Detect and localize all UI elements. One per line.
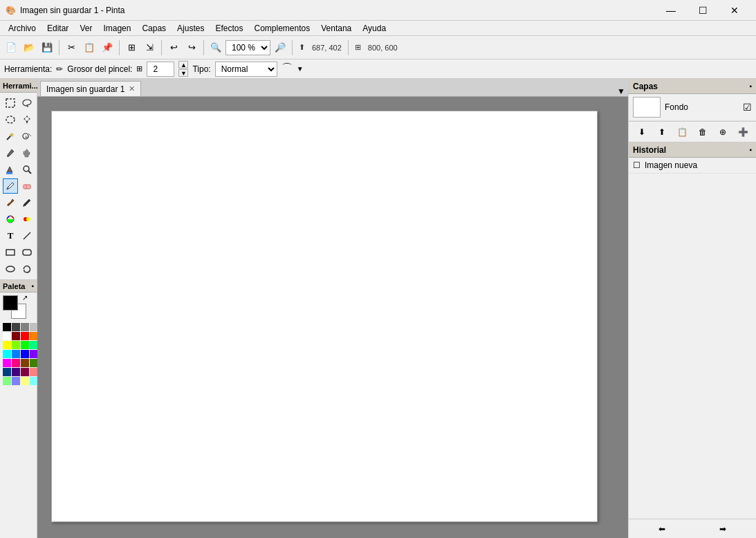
palette-color-swatch[interactable] [3, 359, 11, 367]
palette-color-swatch[interactable] [12, 323, 20, 331]
palette-color-swatch[interactable] [3, 377, 11, 385]
palette-color-swatch[interactable] [12, 377, 20, 385]
layer-delete-button[interactable]: 🗑 [695, 124, 710, 140]
copy-button[interactable]: 📋 [81, 39, 98, 56]
maximize-button[interactable]: ☐ [687, 0, 719, 21]
layers-collapse-button[interactable]: ▪ [749, 82, 752, 90]
layer-add-button[interactable]: ➕ [735, 124, 750, 140]
tab-bar: Imagen sin guardar 1 ✕ ▼ [37, 79, 628, 97]
palette-color-swatch[interactable] [12, 368, 20, 376]
drawing-canvas[interactable] [51, 111, 598, 522]
save-button[interactable]: 💾 [39, 39, 55, 56]
palette-color-swatch[interactable] [21, 323, 29, 331]
layer-merge-button[interactable]: ⊕ [715, 124, 730, 140]
tool-zoom-tool[interactable] [19, 162, 35, 177]
redo-button[interactable]: ↪ [183, 39, 200, 56]
palette-header[interactable]: Paleta ▪ [0, 280, 37, 293]
tool-fill[interactable] [3, 162, 18, 177]
open-button[interactable]: 📂 [21, 39, 37, 56]
minimize-button[interactable]: — [655, 0, 687, 21]
tool-color-fill-adj[interactable] [3, 212, 18, 227]
tool-text[interactable]: T [3, 228, 18, 243]
tool-recolor[interactable] [19, 212, 35, 227]
curve-dropdown[interactable]: ▼ [297, 65, 304, 73]
svg-rect-13 [24, 185, 30, 189]
menu-item-archivo[interactable]: Archivo [3, 22, 42, 35]
tool-freeform[interactable] [19, 261, 35, 277]
canvas-tab[interactable]: Imagen sin guardar 1 ✕ [40, 81, 141, 96]
tool-ellipse[interactable] [3, 261, 18, 277]
crop-button[interactable]: ⊞ [123, 39, 140, 56]
layer-visibility-toggle[interactable]: ☑ [743, 102, 752, 113]
tool-line[interactable] [19, 228, 35, 243]
palette-color-swatch[interactable] [21, 368, 29, 376]
zoom-out-button[interactable]: 🔍 [208, 39, 224, 56]
history-item-new[interactable]: ☐ Imagen nueva [629, 158, 756, 174]
brush-size-input[interactable] [147, 62, 174, 77]
history-collapse-button[interactable]: ▪ [749, 146, 752, 154]
palette-color-swatch[interactable] [12, 359, 20, 367]
brush-size-down[interactable]: ▼ [178, 69, 188, 77]
palette-color-swatch[interactable] [3, 368, 11, 376]
zoom-select[interactable]: 100 % 50 % 200 % [225, 40, 270, 55]
close-button[interactable]: ✕ [719, 0, 750, 21]
menu-item-efectos[interactable]: Efectos [210, 22, 248, 35]
palette-color-swatch[interactable] [12, 332, 20, 340]
zoom-in-button[interactable]: 🔎 [272, 39, 288, 56]
palette-color-swatch[interactable] [21, 341, 29, 349]
menu-item-capas[interactable]: Capas [136, 22, 172, 35]
tool-pan[interactable] [19, 145, 35, 160]
palette-color-swatch[interactable] [21, 377, 29, 385]
history-forward-button[interactable]: ➡ [715, 521, 730, 537]
tool-paintbrush[interactable] [3, 195, 18, 210]
new-button[interactable]: 📄 [3, 39, 19, 56]
menu-item-imagen[interactable]: Imagen [98, 22, 136, 35]
palette-color-swatch[interactable] [3, 341, 11, 349]
resize-button[interactable]: ⇲ [141, 39, 158, 56]
menu-item-ver[interactable]: Ver [74, 22, 98, 35]
tool-clone[interactable]: + [19, 129, 35, 144]
palette-color-swatch[interactable] [3, 350, 11, 358]
swap-colors-button[interactable]: ↗ [22, 294, 28, 302]
tool-pencil[interactable] [3, 178, 18, 194]
tool-ink[interactable] [19, 195, 35, 210]
tool-rectangle[interactable] [3, 245, 18, 260]
palette-color-swatch[interactable] [3, 332, 11, 340]
svg-line-18 [24, 232, 30, 239]
tool-rectangle-select[interactable] [3, 95, 18, 111]
menu-item-ajustes[interactable]: Ajustes [172, 22, 210, 35]
layer-move-down-button[interactable]: ⬇ [634, 124, 649, 140]
history-back-button[interactable]: ⬅ [654, 521, 670, 537]
toolbox-header[interactable]: Herrami... [0, 79, 37, 93]
layer-move-up-button[interactable]: ⬆ [654, 124, 670, 140]
tab-close-button[interactable]: ✕ [129, 84, 135, 93]
palette-collapse[interactable]: ▪ [31, 282, 34, 290]
palette-color-swatch[interactable] [21, 359, 29, 367]
tab-dropdown-arrow[interactable]: ▼ [617, 86, 625, 96]
tool-eraser[interactable] [19, 178, 35, 194]
layer-item-fondo[interactable]: Fondo ☑ [629, 94, 756, 121]
brush-size-up[interactable]: ▲ [178, 61, 188, 68]
palette-color-swatch[interactable] [21, 332, 29, 340]
tool-rounded-rect[interactable] [19, 245, 35, 260]
layer-duplicate-button[interactable]: 📋 [674, 124, 690, 140]
fg-color-swatch[interactable] [3, 295, 18, 310]
palette-color-swatch[interactable] [3, 323, 11, 331]
palette-color-swatch[interactable] [21, 350, 29, 358]
menu-item-complementos[interactable]: Complementos [249, 22, 316, 35]
undo-button[interactable]: ↩ [165, 39, 182, 56]
tool-lasso-select[interactable] [19, 95, 35, 111]
menu-item-editar[interactable]: Editar [42, 22, 74, 35]
tool-magic-wand[interactable] [3, 129, 18, 144]
canvas-area[interactable]: Imagen sin guardar 1 ✕ ▼ [37, 79, 628, 538]
palette-color-swatch[interactable] [12, 341, 20, 349]
menu-item-ayuda[interactable]: Ayuda [357, 22, 391, 35]
cut-button[interactable]: ✂ [63, 39, 80, 56]
menu-item-ventana[interactable]: Ventana [315, 22, 357, 35]
palette-color-swatch[interactable] [12, 350, 20, 358]
paste-button[interactable]: 📌 [99, 39, 116, 56]
tool-ellipse-select[interactable] [3, 112, 18, 127]
type-select[interactable]: Normal Degradado Quemado Esquivo [215, 62, 277, 77]
tool-color-picker[interactable] [3, 145, 18, 160]
tool-move[interactable] [19, 112, 35, 127]
